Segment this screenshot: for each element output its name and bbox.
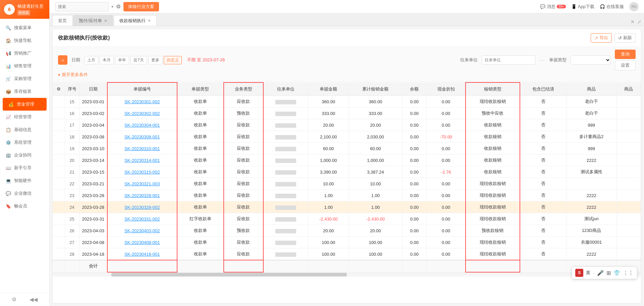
date-btn-custom[interactable]: 自定义 xyxy=(164,56,182,64)
search-input[interactable] xyxy=(55,2,109,11)
sidebar-item-wechat[interactable]: 💬企业微信 xyxy=(0,187,49,200)
sidebar-item-purchase[interactable]: 🛒采购管理 xyxy=(0,72,49,85)
voucher-no-link[interactable]: SK-20230308-001 xyxy=(124,134,160,139)
voucher-no-link[interactable]: SK-20230301-002 xyxy=(124,99,160,104)
ime-grid-icon[interactable]: ⊞ xyxy=(606,270,611,276)
sidebar-item-search[interactable]: 🔍搜索菜单 xyxy=(0,21,49,34)
date-btn-lastmonth[interactable]: 上月 xyxy=(84,56,98,64)
sidebar-item-sales[interactable]: 📊销售管理 xyxy=(0,60,49,72)
tab-collection[interactable]: 收款核销执行 ✕ xyxy=(114,15,157,26)
voucher-no-link[interactable]: SK-20230328-001 xyxy=(124,193,160,198)
sidebar-item-hardware[interactable]: 💻智能硬件 xyxy=(0,174,49,187)
export-button[interactable]: ↗ 导出 xyxy=(591,33,612,43)
cell-cash-discount: 0.00 xyxy=(427,155,466,166)
gear-icon[interactable]: ⚙ xyxy=(116,3,121,10)
more-options-icon[interactable]: ··· xyxy=(539,58,545,63)
sidebar-item-enterprise[interactable]: 🏢企业协同 xyxy=(0,149,49,162)
query-button[interactable]: 查询 xyxy=(615,50,636,59)
cell-voucher-type: 收款单 xyxy=(177,155,224,166)
th-customer: 往来单位 xyxy=(263,82,308,96)
cell-voucher-no: SK-20230328-002 xyxy=(107,201,177,213)
export-icon: ↗ xyxy=(594,36,598,41)
voucher-no-link[interactable]: SK-20230304-001 xyxy=(124,123,160,128)
tab-close-payable[interactable]: ✕ xyxy=(104,18,107,23)
expand-icon[interactable]: ⤢ xyxy=(637,19,641,24)
cell-biz-type: 应收款 xyxy=(224,213,263,225)
th-date: 日期 xyxy=(79,82,107,96)
cell-voucher-type: 收款单 xyxy=(177,96,224,108)
cell-product: 2222 xyxy=(566,155,616,166)
date-btn-thisyear[interactable]: 本年 xyxy=(115,56,129,64)
online-service-item[interactable]: 🎧 在线客服 xyxy=(600,4,624,10)
date-btn-more[interactable]: 更多 xyxy=(148,56,162,64)
cell-product2 xyxy=(616,166,641,178)
shortcut-icon: 🏠 xyxy=(5,38,11,44)
customer-input[interactable] xyxy=(482,55,535,65)
sidebar-item-shortcut[interactable]: 🏠快捷导航 xyxy=(0,34,49,47)
app-download-item[interactable]: 📱 App下载 xyxy=(571,4,594,10)
voucher-no-link[interactable]: SK-20230328-002 xyxy=(124,205,160,210)
voucher-no-link[interactable]: SK-20230314-001 xyxy=(124,158,160,163)
voucher-no-link[interactable]: SK-20230418-001 xyxy=(124,252,160,257)
cell-customer: ████████ xyxy=(263,166,308,178)
cell-voucher-type: 收款单 xyxy=(177,225,224,237)
headset-icon: 🎧 xyxy=(600,4,605,9)
tab-payable[interactable]: 预付/应付单 ✕ xyxy=(73,15,113,26)
sidebar-logo: 6 畅捷通好生意 标推版 xyxy=(0,0,49,19)
th-biz-type: 业务类型 xyxy=(224,82,263,96)
hardware-icon: 💻 xyxy=(5,178,11,184)
expand-filter[interactable]: ▾ 展开更多条件 xyxy=(58,70,636,79)
ime-logo: S xyxy=(575,269,583,277)
voucher-no-link[interactable]: SK-20230403-002 xyxy=(124,228,160,233)
wechat-icon: 💬 xyxy=(5,190,11,196)
tab-close-collection[interactable]: ✕ xyxy=(148,18,151,23)
table-row: 15 2023-03-01 SK-20230301-002 收款单 应收款 ██… xyxy=(53,96,641,108)
sidebar-item-finance[interactable]: 💰资金管理 xyxy=(3,98,47,111)
th-no: 序号 xyxy=(65,82,79,96)
sidebar-item-member[interactable]: 🔖畅会员 xyxy=(0,200,49,212)
ime-mic-icon[interactable]: 🎤 xyxy=(597,270,604,276)
date-label: 日期 xyxy=(71,57,80,63)
sidebar-item-basic[interactable]: 📋基础信息 xyxy=(0,123,49,136)
th-gear[interactable]: ⚙ xyxy=(53,82,65,96)
message-item[interactable]: 💬 消息 99+ xyxy=(540,4,566,10)
settings-icon[interactable]: ⚙ xyxy=(12,296,16,303)
voucher-no-link[interactable]: SK-20230408-001 xyxy=(124,240,160,245)
setting-button[interactable]: 设置 xyxy=(615,60,636,70)
date-btn-thismonth[interactable]: 本月 xyxy=(100,56,114,64)
ime-apps-icon[interactable]: ⋮⋮ xyxy=(623,270,634,276)
voucher-no-link[interactable]: SK-20230310-001 xyxy=(124,146,160,151)
refresh-button[interactable]: ↺ 刷新 xyxy=(614,33,636,43)
filter-toggle[interactable]: » xyxy=(58,55,67,65)
table-row: 25 2023-03-31 SK-20230331-002 红字收款单 应收款 … xyxy=(53,213,641,225)
sidebar-label-basic: 基础信息 xyxy=(14,127,32,133)
tab-home[interactable]: 首页 xyxy=(52,15,72,26)
chevron-down-icon[interactable]: ▾ xyxy=(111,4,113,9)
cell-date: 2023-03-08 xyxy=(79,131,107,143)
sidebar-item-marketing[interactable]: 📢营销推广 xyxy=(0,47,49,60)
horizontal-scrollbar[interactable] xyxy=(53,272,641,277)
avatar[interactable]: Rit xyxy=(629,2,639,11)
sidebar-item-operations[interactable]: 📈经营管理 xyxy=(0,111,49,123)
solution-button[interactable]: 体验行业方案 xyxy=(123,2,159,11)
voucher-type-select[interactable]: 收款单 红字收款单 xyxy=(571,55,611,65)
voucher-no-link[interactable]: SK-20230302-002 xyxy=(124,111,160,116)
sidebar-item-guide[interactable]: 📖新手引导 xyxy=(0,162,49,174)
voucher-no-link[interactable]: SK-20230315-002 xyxy=(124,170,160,175)
collapse-icon[interactable]: ◀◀ xyxy=(30,296,38,303)
basic-icon: 📋 xyxy=(5,127,11,133)
close-all-icon[interactable]: ✕ xyxy=(631,19,635,24)
sidebar-item-inventory[interactable]: 📦库存核算 xyxy=(0,85,49,98)
cell-amount: 360.00 xyxy=(308,96,349,108)
voucher-no-link[interactable]: SK-20230321-003 xyxy=(124,181,160,186)
date-btn-7days[interactable]: 近7天 xyxy=(130,56,147,64)
sidebar-label-sales: 销售管理 xyxy=(14,63,32,69)
cell-gear xyxy=(53,178,65,190)
cell-product2 xyxy=(616,131,641,143)
voucher-no-link[interactable]: SK-20230331-002 xyxy=(124,217,160,222)
filter-row: » 日期 上月 本月 本年 近7天 更多 自定义 不限 至 2023-07-26… xyxy=(58,50,636,70)
sidebar-item-system[interactable]: ⚙️系统管理 xyxy=(0,136,49,149)
cell-customer: ████████ xyxy=(263,190,308,201)
cell-product xyxy=(566,178,616,190)
ime-shirt-icon[interactable]: 👕 xyxy=(613,270,620,276)
